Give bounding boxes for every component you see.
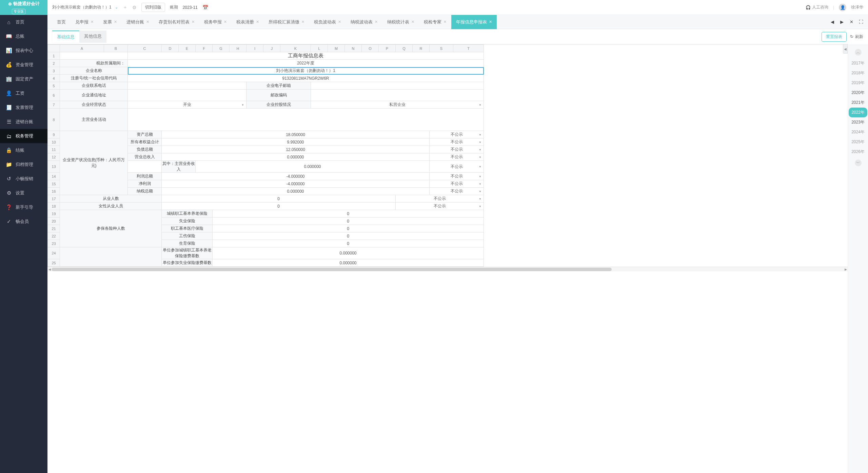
sidebar-item-10[interactable]: 📁归档管理 [0,157,47,172]
year-2023年[interactable]: 2023年 [849,117,867,127]
publish-select[interactable]: 不公示 [396,203,484,210]
sidebar-icon: 📁 [6,162,12,167]
close-icon[interactable]: ✕ [91,20,94,24]
sidebar-item-12[interactable]: ⚙设置 [0,186,47,200]
sidebar-item-14[interactable]: ✓畅会员 [0,214,47,229]
year-2022年[interactable]: 2022年 [849,108,867,117]
tab-0[interactable]: 首页 [52,15,71,29]
enterprise-name-cell[interactable]: 刘小艳演示账套（勿删勿动！）1 [128,67,484,75]
tab-7[interactable]: 所得税汇算清缴✕ [264,15,309,29]
year-2024年[interactable]: 2024年 [849,127,867,137]
brand-logo: ⊕畅捷通好会计 专业版 [0,0,47,15]
sidebar-item-5[interactable]: 👤工资 [0,86,47,100]
tab-6[interactable]: 税表清册✕ [232,15,264,29]
headset-icon: 🎧 [806,5,811,10]
switch-old-button[interactable]: 切到旧版 [141,3,165,12]
publish-select[interactable]: 不公示 [430,173,484,180]
year-2026年[interactable]: 2026年 [849,147,867,157]
publish-select[interactable]: 不公示 [430,188,484,195]
publish-select[interactable]: 不公示 [430,138,484,146]
close-icon[interactable]: ✕ [489,20,492,24]
username[interactable]: 徐泽华 [851,4,863,10]
plus-icon[interactable]: ＋ [123,4,127,11]
tab-close-all-button[interactable]: ✕ [847,18,856,26]
year-2019年[interactable]: 2019年 [849,78,867,88]
close-icon[interactable]: ✕ [224,20,227,24]
toolbar: 基础信息其他信息 重置报表 ↻刷新 [47,29,868,44]
sidebar-item-8[interactable]: 🗂税务管理 [0,129,47,143]
publish-select[interactable]: 不公示 [396,195,484,203]
close-icon[interactable]: ✕ [256,20,259,24]
tab-2[interactable]: 发票✕ [98,15,122,29]
calendar-icon[interactable]: 📅 [202,5,208,10]
tab-8[interactable]: 税负波动表✕ [309,15,346,29]
sidebar-item-label: 发票管理 [16,105,33,111]
publish-select[interactable]: 不公示 [430,180,484,188]
subtab-1[interactable]: 其他信息 [79,31,106,43]
gear-icon[interactable]: ⚙ [132,5,137,10]
publish-select[interactable]: 不公示 [430,153,484,161]
tab-3[interactable]: 进销台账✕ [122,15,154,29]
close-icon[interactable]: ✕ [114,20,117,24]
year-down-button[interactable]: ﹀ [855,159,862,166]
reset-report-button[interactable]: 重置报表 [822,32,847,42]
collapse-rail-button[interactable]: ◀ [843,44,848,54]
tab-10[interactable]: 纳税统计表✕ [382,15,419,29]
tab-5[interactable]: 税务申报✕ [199,15,232,29]
publish-select[interactable]: 不公示 [430,131,484,138]
year-2018年[interactable]: 2018年 [849,68,867,78]
publish-select[interactable]: 不公示 [430,161,484,173]
year-up-button[interactable]: ︿ [855,49,862,56]
refresh-button[interactable]: ↻刷新 [850,34,863,40]
account-selector[interactable]: 刘小艳演示账套（勿删勿动！）1 ⌄ [52,4,118,10]
tab-11[interactable]: 税检专家✕ [419,15,451,29]
close-icon[interactable]: ✕ [301,20,304,24]
sidebar-item-label: 新手引导 [16,204,33,210]
sidebar-item-4[interactable]: 🏢固定资产 [0,72,47,86]
horizontal-scrollbar[interactable]: ◀▶ [47,267,848,271]
tab-label: 存货别名对照表 [159,19,190,25]
sidebar-item-3[interactable]: 💰资金管理 [0,58,47,72]
tab-next-button[interactable]: ▶ [837,18,846,26]
sidebar-item-2[interactable]: 📊报表中心 [0,43,47,58]
tab-12[interactable]: 年报信息申报表✕ [451,15,497,29]
year-2020年[interactable]: 2020年 [849,88,867,98]
sidebar-item-11[interactable]: ↺小畅报销 [0,172,47,186]
year-2017年[interactable]: 2017年 [849,58,867,68]
fullscreen-button[interactable]: ⛶ [856,18,865,26]
close-icon[interactable]: ✕ [338,20,341,24]
sidebar-icon: 👤 [6,91,12,96]
tab-9[interactable]: 纳税波动表✕ [346,15,382,29]
year-2025年[interactable]: 2025年 [849,137,867,147]
spreadsheet[interactable]: ABCDEFGHIJKLMNOPQRST1工商年报信息表2税款所属期间：2022… [47,44,848,473]
sidebar-item-9[interactable]: 🔒结账 [0,143,47,157]
avatar[interactable]: 👤 [839,4,846,11]
close-icon[interactable]: ✕ [375,20,378,24]
sidebar-item-13[interactable]: ❓新手引导 [0,200,47,214]
period-value[interactable]: 2023-11 [183,5,198,10]
tab-label: 税检专家 [424,19,441,25]
sidebar-item-label: 资金管理 [16,62,33,68]
holding-select[interactable]: 私营企业 [311,101,484,109]
close-icon[interactable]: ✕ [146,20,149,24]
sidebar-item-7[interactable]: ☰进销台账 [0,115,47,129]
close-icon[interactable]: ✕ [192,20,195,24]
subtab-0[interactable]: 基础信息 [52,31,79,43]
sidebar-item-1[interactable]: 📖总账 [0,29,47,43]
publish-select[interactable]: 不公示 [430,146,484,153]
tab-4[interactable]: 存货别名对照表✕ [154,15,199,29]
sidebar-item-6[interactable]: 🧾发票管理 [0,100,47,115]
tab-1[interactable]: 兑申报✕ [71,15,98,29]
close-icon[interactable]: ✕ [443,20,447,24]
sidebar-item-label: 总账 [16,33,24,39]
status-select[interactable]: 开业 [128,101,246,109]
consult-link[interactable]: 🎧人工咨询 [806,4,828,10]
refresh-icon: ↻ [850,34,853,39]
sidebar-icon: ↺ [6,176,12,182]
topbar: 刘小艳演示账套（勿删勿动！）1 ⌄ ＋ ⚙ 切到旧版 账期 2023-11 📅 … [47,0,868,15]
tab-prev-button[interactable]: ◀ [828,18,837,26]
year-2021年[interactable]: 2021年 [849,98,867,108]
sidebar-icon: ❓ [6,205,12,210]
sidebar-item-0[interactable]: ⌂首页 [0,15,47,29]
close-icon[interactable]: ✕ [411,20,414,24]
